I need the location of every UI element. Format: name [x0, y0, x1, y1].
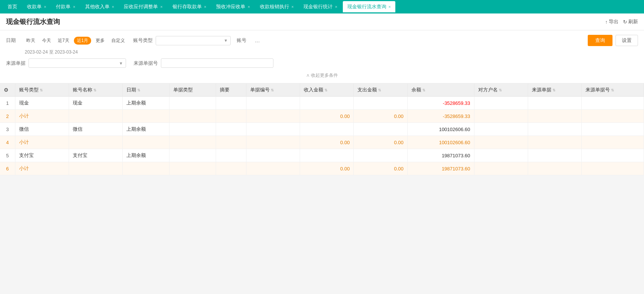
col-doc-no[interactable]: 单据编号⇅ — [246, 84, 300, 97]
nav-prepay[interactable]: 预收冲应收单 × — [212, 1, 254, 12]
table-row: 2 小计 0.00 0.00 -3528659.33 — [0, 110, 644, 123]
row-balance-4: 100102606.60 — [407, 136, 474, 149]
source-doc-select[interactable] — [29, 58, 126, 68]
date-more[interactable]: 更多 — [93, 37, 107, 45]
date-filter-group: 日期 昨天 今天 近7天 近1月 更多 自定义 — [6, 37, 127, 45]
row-doc-no-3 — [246, 123, 300, 136]
nav-stats[interactable]: 现金银行统计 × — [299, 1, 342, 12]
nav-verify[interactable]: 收款核销执行 × — [255, 1, 298, 12]
col-expense[interactable]: 支出金额⇅ — [354, 84, 407, 97]
date-range-display: 2023-02-24 至 2023-03-24 — [25, 49, 78, 55]
nav-adjustment[interactable]: 应收应付调整单 × — [119, 1, 167, 12]
row-num-2: 2 — [0, 110, 15, 123]
account-dots[interactable]: ... — [255, 37, 260, 44]
row-num-5: 5 — [0, 149, 15, 162]
col-account-type[interactable]: 账号类型⇅ — [15, 84, 69, 97]
nav-payment[interactable]: 付款单 × — [51, 1, 80, 12]
query-button[interactable]: 查询 — [588, 35, 612, 46]
filter-area: 日期 昨天 今天 近7天 近1月 更多 自定义 账号类型 ▼ 账号 ... — [0, 30, 644, 84]
nav-verify-close[interactable]: × — [291, 4, 294, 9]
row-doc-type-5 — [169, 149, 216, 162]
date-today[interactable]: 今天 — [40, 37, 53, 45]
table-row: 3 微信 微信 上期余额 100102606.60 — [0, 123, 644, 136]
sort-source-doc-no-icon: ⇅ — [611, 88, 614, 92]
row-expense-6: 0.00 — [354, 162, 407, 175]
collapse-bar[interactable]: ∧ 收起更多条件 — [6, 71, 638, 80]
nav-cashflow-label: 现金银行流水查询 — [347, 3, 386, 10]
col-settings[interactable]: ⚙ — [0, 84, 15, 97]
settings-button[interactable]: 设置 — [615, 35, 638, 46]
row-account-name-1: 现金 — [69, 97, 122, 110]
row-balance-3: 100102606.60 — [407, 123, 474, 136]
date-custom[interactable]: 自定义 — [109, 37, 127, 45]
source-doc-no-group: 来源单据号 — [134, 58, 273, 68]
col-account-name[interactable]: 账号名称⇅ — [69, 84, 122, 97]
collapse-up-icon: ∧ — [306, 73, 310, 78]
row-account-name-6 — [69, 162, 122, 175]
row-account-name-2 — [69, 110, 122, 123]
row-doc-no-1 — [246, 97, 300, 110]
sort-account-name-icon: ⇅ — [93, 88, 96, 92]
row-doc-type-4 — [169, 136, 216, 149]
nav-bank-deposit-close[interactable]: × — [204, 4, 206, 9]
row-date-3: 上期余额 — [123, 123, 170, 136]
row-account-type-5: 支付宝 — [15, 149, 69, 162]
nav-bank-deposit[interactable]: 银行存取款单 × — [168, 1, 211, 12]
col-counterpart[interactable]: 对方户名⇅ — [474, 84, 528, 97]
refresh-button[interactable]: ↻ 刷新 — [623, 18, 638, 25]
source-doc-group: 来源单据 ▼ — [6, 58, 126, 68]
nav-receipt-label: 收款单 — [27, 3, 42, 10]
row-account-type-2: 小计 — [15, 110, 69, 123]
row-balance-5: 19871073.60 — [407, 149, 474, 162]
table-container: ⚙ 账号类型⇅ 账号名称⇅ 日期⇅ 单据类型 摘要 单据编号⇅ 收入金额⇅ 支出… — [0, 84, 644, 175]
nav-receipt[interactable]: 收款单 × — [23, 1, 51, 12]
col-date[interactable]: 日期⇅ — [123, 84, 170, 97]
col-income[interactable]: 收入金额⇅ — [300, 84, 354, 97]
account-type-select[interactable] — [156, 36, 231, 45]
sort-counterpart-icon: ⇅ — [499, 88, 502, 92]
nav-bank-deposit-label: 银行存取款单 — [173, 3, 202, 10]
data-table: ⚙ 账号类型⇅ 账号名称⇅ 日期⇅ 单据类型 摘要 单据编号⇅ 收入金额⇅ 支出… — [0, 84, 644, 175]
row-source-doc-no-5 — [582, 149, 644, 162]
nav-prepay-close[interactable]: × — [248, 4, 250, 9]
nav-home[interactable]: 首页 — [3, 1, 22, 12]
nav-payment-close[interactable]: × — [73, 4, 75, 9]
nav-adjustment-close[interactable]: × — [160, 4, 162, 9]
row-source-doc-no-2 — [582, 110, 644, 123]
nav-receipt-close[interactable]: × — [44, 4, 46, 9]
nav-cashflow[interactable]: 现金银行流水查询 × — [343, 1, 395, 12]
date-yesterday[interactable]: 昨天 — [24, 37, 38, 45]
export-button[interactable]: ↑ 导出 — [605, 18, 619, 25]
nav-stats-close[interactable]: × — [335, 4, 337, 9]
row-doc-type-2 — [169, 110, 216, 123]
row-account-name-5: 支付宝 — [69, 149, 122, 162]
row-summary-3 — [216, 123, 246, 136]
row-source-doc-5 — [528, 149, 581, 162]
nav-other-income[interactable]: 其他收入单 × — [81, 1, 119, 12]
source-doc-no-label: 来源单据号 — [134, 60, 158, 67]
row-counterpart-4 — [474, 136, 528, 149]
table-body: 1 现金 现金 上期余额 -3528659.33 2 小计 0.00 0.00 … — [0, 97, 644, 175]
sort-income-icon: ⇅ — [324, 88, 327, 92]
row-account-type-1: 现金 — [15, 97, 69, 110]
nav-cashflow-close[interactable]: × — [389, 4, 391, 9]
export-label: 导出 — [609, 18, 618, 25]
row-summary-6 — [216, 162, 246, 175]
source-doc-no-input[interactable] — [161, 58, 273, 68]
nav-other-income-close[interactable]: × — [112, 4, 114, 9]
header-actions: ↑ 导出 ↻ 刷新 — [605, 18, 638, 25]
row-expense-2: 0.00 — [354, 110, 407, 123]
row-doc-no-5 — [246, 149, 300, 162]
col-balance[interactable]: 余额⇅ — [407, 84, 474, 97]
row-counterpart-6 — [474, 162, 528, 175]
row-counterpart-1 — [474, 97, 528, 110]
sort-source-doc-icon: ⇅ — [552, 88, 555, 92]
account-group: 账号 ... — [237, 37, 260, 44]
row-date-5: 上期余额 — [123, 149, 170, 162]
top-nav: 首页 收款单 × 付款单 × 其他收入单 × 应收应付调整单 × 银行存取款单 … — [0, 0, 644, 13]
row-account-type-6: 小计 — [15, 162, 69, 175]
col-source-doc-no[interactable]: 来源单据号⇅ — [582, 84, 644, 97]
col-source-doc[interactable]: 来源单据⇅ — [528, 84, 581, 97]
date-1month[interactable]: 近1月 — [74, 37, 92, 45]
date-7days[interactable]: 近7天 — [56, 37, 72, 45]
